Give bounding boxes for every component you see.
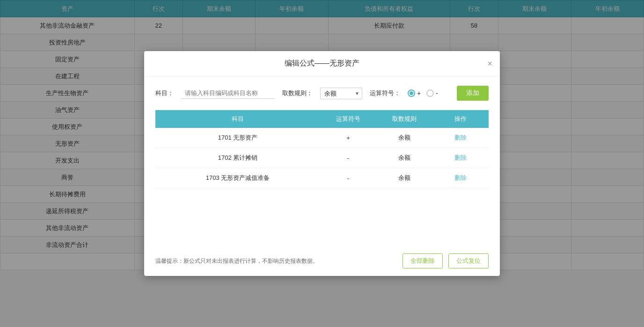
table-cell-rule: 余额 (376, 148, 432, 168)
operator-plus-label: + (417, 89, 421, 97)
modal-footer: 温馨提示：新公式只对未出报表进行计算，不影响历史报表数据。 全部删除 公式复位 (144, 246, 500, 276)
table-row: 1703 无形资产减值准备-余额删除 (155, 168, 489, 188)
reset-formula-button[interactable]: 公式复位 (448, 253, 489, 268)
rule-select[interactable]: 余额 借方发生额 贷方发生额 (320, 88, 362, 99)
modal-title: 编辑公式——无形资产 (285, 59, 359, 68)
table-cell-rule: 余额 (376, 128, 432, 148)
operator-minus-label: - (436, 89, 438, 97)
delete-row-button[interactable]: 删除 (454, 134, 467, 141)
subject-label: 科目： (155, 89, 174, 97)
delete-all-button[interactable]: 全部删除 (402, 253, 443, 268)
delete-row-button[interactable]: 删除 (454, 174, 467, 181)
table-row: 1702 累计摊销-余额删除 (155, 148, 489, 168)
table-header-rule: 取数规则 (376, 110, 432, 128)
table-cell-operator: - (320, 148, 376, 168)
delete-row-button[interactable]: 删除 (454, 154, 467, 161)
modal-overlay: 编辑公式——无形资产 × 科目： 取数规则： 余额 借方发生额 贷方发生额 ▼ … (0, 0, 644, 327)
modal-body: 科目： 取数规则： 余额 借方发生额 贷方发生额 ▼ 运算符号： + (144, 76, 500, 246)
table-cell-action: 删除 (432, 148, 489, 168)
radio-minus-circle (426, 89, 434, 97)
operator-plus-radio[interactable]: + (408, 89, 421, 97)
table-cell-operator: + (320, 128, 376, 148)
modal-dialog: 编辑公式——无形资产 × 科目： 取数规则： 余额 借方发生额 贷方发生额 ▼ … (144, 51, 500, 276)
table-cell-operator: - (320, 168, 376, 188)
operator-label: 运算符号： (370, 89, 400, 97)
modal-header: 编辑公式——无形资产 × (144, 51, 500, 76)
table-cell-subject: 1701 无形资产 (155, 128, 320, 148)
form-row: 科目： 取数规则： 余额 借方发生额 贷方发生额 ▼ 运算符号： + (155, 86, 489, 101)
table-row: 1701 无形资产+余额删除 (155, 128, 489, 148)
operator-radio-group: + - (408, 89, 438, 97)
table-cell-rule: 余额 (376, 168, 432, 188)
subject-input[interactable] (181, 88, 275, 99)
rule-select-wrap: 余额 借方发生额 贷方发生额 ▼ (320, 88, 362, 99)
table-header-action: 操作 (432, 110, 489, 128)
table-header-operator: 运算符号 (320, 110, 376, 128)
modal-close-button[interactable]: × (487, 59, 492, 68)
table-header-subject: 科目 (155, 110, 320, 128)
table-cell-action: 删除 (432, 128, 489, 148)
formula-table: 科目 运算符号 取数规则 操作 1701 无形资产+余额删除1702 累计摊销-… (155, 110, 489, 188)
operator-minus-radio[interactable]: - (426, 89, 438, 97)
radio-plus-circle (408, 89, 415, 97)
table-cell-action: 删除 (432, 168, 489, 188)
table-cell-subject: 1702 累计摊销 (155, 148, 320, 168)
footer-actions: 全部删除 公式复位 (402, 253, 489, 268)
rule-label: 取数规则： (282, 89, 313, 97)
add-button[interactable]: 添加 (457, 86, 489, 101)
table-cell-subject: 1703 无形资产减值准备 (155, 168, 320, 188)
footer-tip: 温馨提示：新公式只对未出报表进行计算，不影响历史报表数据。 (155, 257, 318, 265)
